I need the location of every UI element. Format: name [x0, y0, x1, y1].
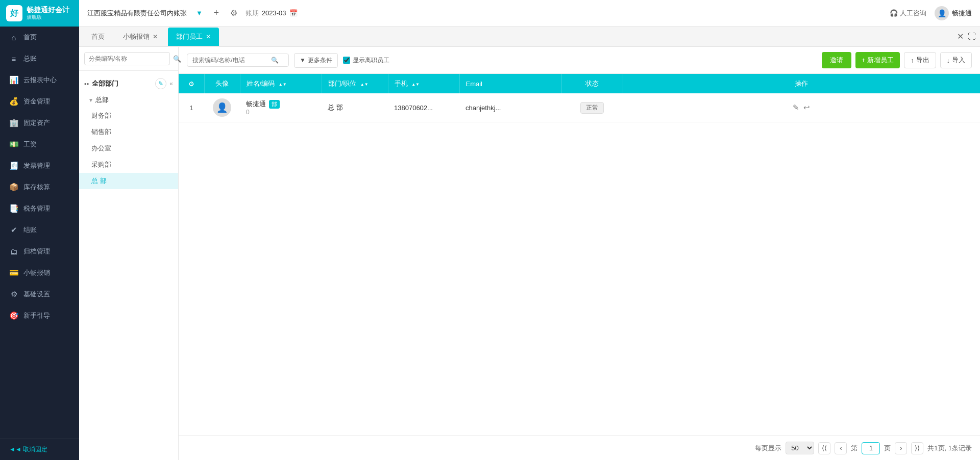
th-name[interactable]: 姓名/编码 ▲▼: [240, 74, 322, 93]
sidebar-item-home[interactable]: ⌂ 首页: [0, 27, 79, 48]
td-avatar: 👤: [204, 93, 240, 122]
period-label: 账期: [246, 9, 259, 18]
name-sort-icon[interactable]: ▲▼: [279, 83, 287, 87]
tree-collapse-icon[interactable]: «: [169, 80, 173, 87]
last-page-button[interactable]: ⟩⟩: [911, 442, 923, 454]
employee-search-input[interactable]: [192, 57, 269, 64]
sidebar-item-payroll[interactable]: 💵 工资: [0, 134, 79, 155]
add-employee-button[interactable]: + 新增员工: [855, 52, 900, 68]
tab-department-label: 部门员工: [176, 32, 203, 41]
td-name: 畅捷通 部 0: [240, 93, 322, 122]
show-resigned-label: 显示离职员工: [353, 56, 389, 65]
headset-icon: 🎧: [890, 9, 898, 17]
page-total: 共1页, 1条记录: [927, 444, 972, 453]
grid-icon: ▪▪: [84, 80, 89, 88]
tree-action-buttons: ✎ «: [155, 78, 173, 89]
table-row: 1 👤 畅捷通 部 0 总 部: [179, 93, 980, 122]
edit-button[interactable]: ✎: [793, 103, 799, 112]
th-status: 状态: [561, 74, 623, 93]
right-panel: 🔍 ▼ 更多条件 显示离职员工 邀请 + 新增员工 ↑ 导出: [179, 47, 980, 460]
show-resigned-checkbox[interactable]: [343, 57, 350, 64]
company-dropdown-icon[interactable]: ▼: [196, 9, 203, 17]
th-email: Email: [459, 74, 561, 93]
tab-expenses-close[interactable]: ✕: [153, 33, 158, 40]
sidebar-item-general-ledger[interactable]: ≡ 总账: [0, 48, 79, 69]
user-menu[interactable]: 👤 畅捷通: [935, 6, 972, 20]
tab-home[interactable]: 首页: [83, 28, 113, 46]
tree-header-label: 全部部门: [92, 79, 155, 88]
tree-node-office[interactable]: 办公室: [79, 140, 178, 157]
sidebar-item-inventory[interactable]: 📦 库存核算: [0, 176, 79, 198]
tab-close-all-button[interactable]: ✕: [957, 32, 964, 41]
tree-edit-button[interactable]: ✎: [155, 78, 166, 89]
sidebar-item-closing[interactable]: ✔ 结账: [0, 219, 79, 241]
export-label: 导出: [916, 56, 929, 65]
sidebar-item-fixed-assets[interactable]: 🏢 固定资产: [0, 112, 79, 134]
tree-node-purchasing[interactable]: 采购部: [79, 157, 178, 173]
topbar-right: 🎧 人工咨询 👤 畅捷通: [890, 6, 972, 20]
logo-icon: 好: [6, 5, 22, 21]
tab-expenses[interactable]: 小畅报销 ✕: [115, 28, 166, 46]
tree-node-label: 总部: [95, 95, 109, 105]
expenses-icon: 💳: [9, 268, 18, 277]
show-resigned-checkbox-wrap[interactable]: 显示离职员工: [343, 56, 389, 65]
home-icon: ⌂: [9, 33, 18, 42]
sidebar-item-cloud-reports[interactable]: 📊 云报表中心: [0, 69, 79, 91]
tab-department-close[interactable]: ✕: [206, 33, 211, 40]
sidebar-item-label: 小畅报销: [23, 268, 50, 277]
tree-node-general-dept[interactable]: 总 部: [79, 173, 178, 189]
right-toolbar: 🔍 ▼ 更多条件 显示离职员工 邀请 + 新增员工 ↑ 导出: [179, 47, 980, 74]
service-button[interactable]: 🎧 人工咨询: [890, 9, 926, 18]
sidebar-item-expenses[interactable]: 💳 小畅报销: [0, 262, 79, 284]
tabs-bar: 首页 小畅报销 ✕ 部门员工 ✕ ✕ ⛶: [79, 27, 980, 47]
tree-node-sales[interactable]: 销售部: [79, 124, 178, 140]
cancel-fixed-button[interactable]: ◄◄ 取消固定: [0, 439, 79, 460]
category-search-input[interactable]: [84, 52, 170, 65]
sidebar-item-label: 工资: [23, 140, 37, 149]
export-button[interactable]: ↑ 导出: [904, 52, 936, 68]
left-panel: 🔍 ▪▪ 全部部门 ✎ « ▼ 总部 财务部 销售部 办公室: [79, 47, 179, 460]
sidebar-item-settings[interactable]: ⚙ 基础设置: [0, 284, 79, 305]
logo-text: 畅捷通好会计: [27, 6, 69, 14]
sidebar-item-label: 资金管理: [23, 97, 50, 106]
search-icon[interactable]: 🔍: [271, 57, 279, 64]
th-phone[interactable]: 手机 ▲▼: [388, 74, 459, 93]
dept-sort-icon[interactable]: ▲▼: [360, 83, 369, 87]
logout-button[interactable]: ↩: [803, 103, 810, 112]
name-badge: 畅捷通 部: [246, 99, 280, 109]
sidebar-item-label: 云报表中心: [23, 75, 57, 85]
sidebar-item-label: 归档管理: [23, 247, 50, 256]
sidebar-item-label: 库存核算: [23, 183, 50, 192]
th-dept[interactable]: 部门/职位 ▲▼: [322, 74, 388, 93]
tree-node-finance[interactable]: 财务部: [79, 108, 178, 124]
invoice-icon: 🧾: [9, 161, 18, 170]
tab-department[interactable]: 部门员工 ✕: [168, 28, 219, 46]
first-page-button[interactable]: ⟨⟨: [818, 442, 830, 454]
service-label: 人工咨询: [900, 9, 926, 18]
add-button[interactable]: +: [211, 8, 222, 19]
sidebar-item-tax[interactable]: 📑 税务管理: [0, 198, 79, 219]
tree-node-headquarters[interactable]: ▼ 总部: [79, 92, 178, 108]
per-page-select[interactable]: 50 100 200: [786, 442, 814, 454]
calendar-icon[interactable]: 📅: [289, 9, 298, 17]
settings-gear-icon[interactable]: ⚙: [230, 8, 237, 18]
current-page-input[interactable]: [862, 442, 880, 454]
next-page-button[interactable]: ›: [895, 442, 907, 454]
more-filter-button[interactable]: ▼ 更多条件: [294, 53, 338, 68]
sidebar-item-archive[interactable]: 🗂 归档管理: [0, 241, 79, 262]
closing-icon: ✔: [9, 225, 18, 235]
sidebar-item-guide[interactable]: 🎯 新手引导: [0, 305, 79, 326]
assets-icon: 🏢: [9, 118, 18, 127]
employee-code: 0: [246, 109, 315, 116]
sidebar-item-invoice[interactable]: 🧾 发票管理: [0, 155, 79, 176]
sidebar-item-funds[interactable]: 💰 资金管理: [0, 91, 79, 112]
prev-page-button[interactable]: ‹: [835, 442, 847, 454]
tree-header-all-departments[interactable]: ▪▪ 全部部门 ✎ «: [79, 75, 178, 92]
invite-button[interactable]: 邀请: [822, 52, 851, 68]
tab-maximize-button[interactable]: ⛶: [968, 32, 976, 41]
td-phone: 138070602...: [388, 93, 459, 122]
import-button[interactable]: ↓ 导入: [940, 52, 972, 68]
phone-sort-icon[interactable]: ▲▼: [411, 83, 420, 87]
sidebar-item-label: 首页: [23, 33, 37, 42]
th-settings[interactable]: ⚙: [179, 74, 204, 93]
